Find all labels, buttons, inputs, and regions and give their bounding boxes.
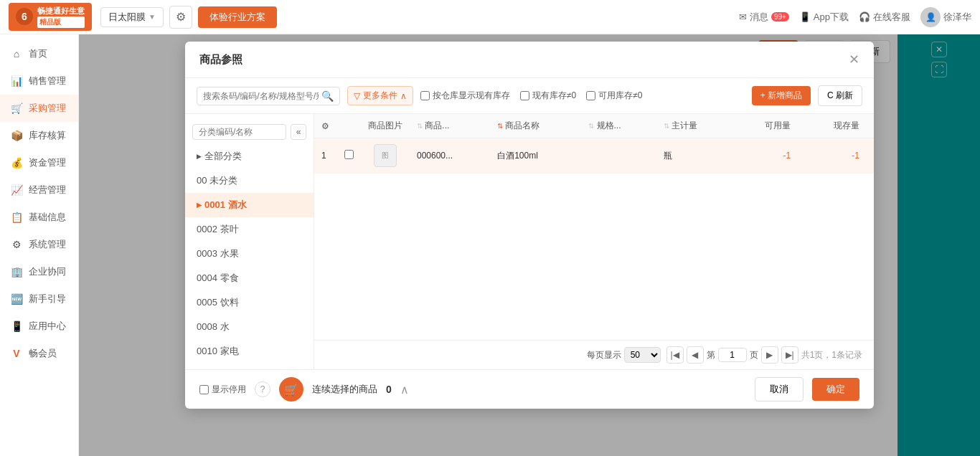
next-page-button[interactable]: ▶ bbox=[761, 346, 778, 364]
modal-footer: 显示停用 ? 🛒 连续选择的商品 0 ∧ 取消 确定 bbox=[185, 369, 874, 409]
cb-warehouse[interactable]: 按仓库显示现有库存 bbox=[420, 90, 510, 102]
page-label: 页 bbox=[750, 349, 758, 361]
category-item-0008[interactable]: 0008 水 bbox=[185, 315, 314, 339]
refresh-button[interactable]: C 刷新 bbox=[818, 85, 862, 106]
message-btn[interactable]: ✉ 消息 99+ bbox=[739, 11, 789, 24]
operations-icon: 📈 bbox=[10, 184, 23, 196]
col-checkbox bbox=[337, 114, 361, 138]
sidebar-item-sales[interactable]: 📊 销售管理 bbox=[0, 67, 78, 95]
filter-icon: ▽ bbox=[354, 91, 360, 101]
sidebar-item-finance[interactable]: 💰 资金管理 bbox=[0, 149, 78, 176]
row-checkbox-input[interactable] bbox=[344, 150, 354, 159]
collapse-category-icon[interactable]: « bbox=[291, 124, 306, 140]
col-stock[interactable]: 现存量 bbox=[798, 114, 874, 138]
app-download-btn[interactable]: 📱 App下载 bbox=[799, 11, 849, 24]
prev-page-button[interactable]: ◀ bbox=[687, 346, 704, 364]
cb-show-disabled[interactable]: 显示停用 bbox=[199, 384, 246, 396]
message-badge: 99+ bbox=[771, 12, 789, 22]
filter-button[interactable]: ▽ 更多条件 ∧ bbox=[347, 86, 413, 105]
first-page-button[interactable]: |◀ bbox=[666, 346, 684, 364]
cart-icon: 🛒 bbox=[284, 383, 298, 396]
sidebar-item-system[interactable]: ⚙ 系统管理 bbox=[0, 231, 78, 258]
sort-icon: ⇅ bbox=[497, 122, 503, 130]
system-icon: ⚙ bbox=[10, 238, 23, 251]
category-item-0003[interactable]: 0003 水果 bbox=[185, 242, 314, 266]
selector-label: 日太阳膜 bbox=[108, 11, 146, 24]
category-item-0002[interactable]: 0002 茶叶 bbox=[185, 217, 314, 242]
category-item-0010[interactable]: 0010 家电 bbox=[185, 339, 314, 364]
cb-available[interactable]: 可用库存≠0 bbox=[586, 90, 642, 102]
content-area: ✕ ⛶ 查询 设置 刷新 商品参照 ✕ 🔍 bbox=[79, 34, 980, 456]
nav-selector[interactable]: 日太阳膜 ▼ bbox=[100, 7, 164, 27]
sidebar-item-enterprise[interactable]: 🏢 企业协同 bbox=[0, 258, 78, 285]
modal: 商品参照 ✕ 🔍 ▽ 更多条件 ∧ bbox=[185, 42, 874, 409]
exp-button[interactable]: 体验行业方案 bbox=[198, 6, 277, 28]
sidebar-item-guide[interactable]: 🆕 新手引导 bbox=[0, 285, 78, 313]
cb-disabled-input[interactable] bbox=[199, 385, 209, 394]
basic-icon: 📋 bbox=[10, 211, 23, 224]
col-image: 商品图片 bbox=[361, 114, 410, 138]
category-item-0004[interactable]: 0004 零食 bbox=[185, 266, 314, 290]
data-table: ⚙ 商品图片 ⇅ 商品... bbox=[314, 114, 874, 174]
collapse-icon[interactable]: ∧ bbox=[400, 383, 409, 396]
col-name[interactable]: ⇅ 商品名称 bbox=[490, 114, 581, 138]
message-label: 消息 bbox=[750, 11, 768, 24]
modal-title: 商品参照 bbox=[199, 53, 242, 67]
sidebar-item-label: 应用中心 bbox=[29, 320, 66, 333]
help-icon[interactable]: ? bbox=[255, 381, 270, 397]
search-input[interactable] bbox=[203, 91, 319, 101]
logo-icon: 6 bbox=[16, 8, 33, 25]
modal-body: « ▶ 全部分类 00 未分类 ▶ 0001 酒水 bbox=[185, 114, 874, 369]
col-unit[interactable]: ⇅ 主计量 bbox=[656, 114, 734, 138]
row-spec bbox=[581, 138, 656, 174]
sidebar-item-home[interactable]: ⌂ 首页 bbox=[0, 40, 78, 67]
category-item-0001[interactable]: ▶ 0001 酒水 bbox=[185, 193, 314, 217]
sidebar-item-label: 资金管理 bbox=[29, 156, 66, 169]
page-size-dropdown[interactable]: 102050100 bbox=[624, 347, 661, 363]
confirm-button[interactable]: 确定 bbox=[812, 378, 859, 401]
col-code[interactable]: ⇅ 商品... bbox=[410, 114, 490, 138]
category-item-0005[interactable]: 0005 饮料 bbox=[185, 290, 314, 315]
page-size-select: 每页显示 102050100 bbox=[587, 347, 661, 363]
user-avatar: 👤 bbox=[920, 7, 941, 27]
sidebar-item-label: 库存核算 bbox=[29, 129, 66, 142]
category-search-input[interactable] bbox=[192, 124, 286, 140]
cb-available-input[interactable] bbox=[586, 91, 595, 100]
cb-existing-input[interactable] bbox=[520, 91, 529, 100]
sidebar-item-operations[interactable]: 📈 经营管理 bbox=[0, 176, 78, 204]
sidebar-item-appcenter[interactable]: 📱 应用中心 bbox=[0, 313, 78, 340]
page-size-label: 每页显示 bbox=[587, 349, 621, 361]
cb-warehouse-input[interactable] bbox=[420, 91, 430, 100]
user-area[interactable]: 👤 徐泽华 bbox=[920, 7, 971, 27]
cb-existing-label: 现有库存≠0 bbox=[532, 90, 576, 102]
add-product-button[interactable]: + 新增商品 bbox=[752, 86, 811, 105]
table-row[interactable]: 1 图 000600... 白酒100ml bbox=[314, 138, 874, 174]
close-icon[interactable]: ✕ bbox=[849, 52, 859, 67]
table-scroll[interactable]: ⚙ 商品图片 ⇅ 商品... bbox=[314, 114, 874, 315]
cart-button[interactable]: 🛒 bbox=[279, 377, 303, 402]
sidebar-item-member[interactable]: V 畅会员 bbox=[0, 340, 78, 367]
modal-header: 商品参照 ✕ bbox=[185, 42, 874, 78]
search-icon[interactable]: 🔍 bbox=[321, 90, 334, 102]
sidebar-item-purchase[interactable]: 🛒 采购管理 bbox=[0, 95, 78, 122]
online-service-label: 在线客服 bbox=[873, 11, 910, 24]
row-checkbox[interactable] bbox=[337, 138, 361, 174]
inventory-icon: 📦 bbox=[10, 129, 23, 142]
sidebar-item-basic[interactable]: 📋 基础信息 bbox=[0, 204, 78, 231]
online-service-btn[interactable]: 🎧 在线客服 bbox=[859, 11, 910, 24]
cat-label: 0003 水果 bbox=[197, 247, 239, 260]
sidebar-item-inventory[interactable]: 📦 库存核算 bbox=[0, 122, 78, 149]
category-item-00[interactable]: 00 未分类 bbox=[185, 168, 314, 193]
category-item-all[interactable]: ▶ 全部分类 bbox=[185, 144, 314, 168]
sidebar-item-label: 采购管理 bbox=[29, 102, 66, 115]
sidebar-item-label: 经营管理 bbox=[29, 184, 66, 196]
page-number-input[interactable] bbox=[718, 348, 747, 362]
cancel-button[interactable]: 取消 bbox=[755, 377, 804, 402]
cb-existing[interactable]: 现有库存≠0 bbox=[520, 90, 576, 102]
headset-icon: 🎧 bbox=[859, 11, 870, 22]
last-page-button[interactable]: ▶| bbox=[781, 346, 798, 364]
col-gear[interactable]: ⚙ bbox=[314, 114, 337, 138]
settings-icon[interactable]: ⚙ bbox=[169, 6, 192, 29]
col-spec[interactable]: ⇅ 规格... bbox=[581, 114, 656, 138]
col-available[interactable]: 可用量 bbox=[734, 114, 798, 138]
